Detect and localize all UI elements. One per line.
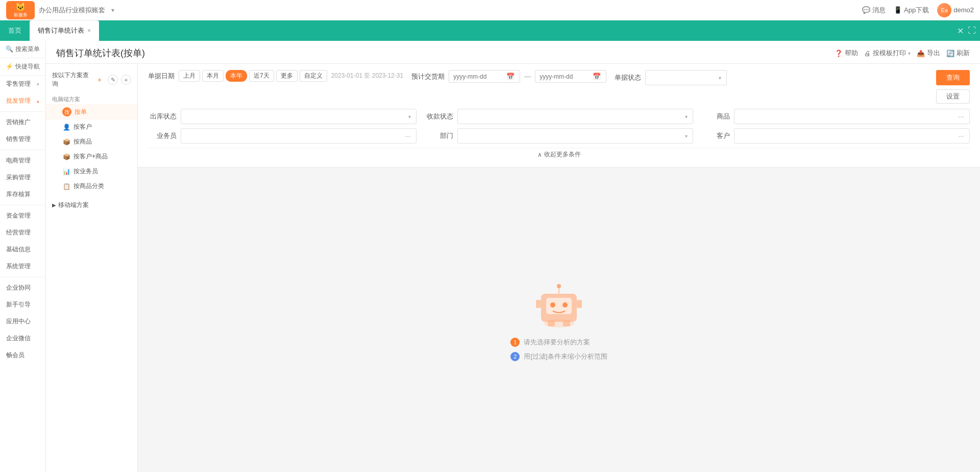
message-button[interactable]: 💬 消息 (862, 6, 886, 15)
ship-status-filter: 出库状态 ▾ (148, 109, 416, 124)
product-select[interactable]: ··· (734, 109, 970, 124)
tab-sales-order[interactable]: 销售订单统计表 × (30, 20, 99, 41)
date-btn-this-month[interactable]: 本月 (202, 70, 224, 82)
sidebar-retail-arrow: ▾ (37, 82, 39, 87)
date-btn-custom[interactable]: 自定义 (300, 70, 327, 82)
sidebar-wholesale-arrow: ▴ (37, 99, 39, 104)
print-arrow: ▾ (908, 51, 911, 56)
date-btn-7days[interactable]: 近7天 (249, 70, 274, 82)
query-button[interactable]: 查询 (936, 70, 970, 85)
sidebar-item-purchase[interactable]: 采购管理 (0, 169, 45, 186)
product-label: 商品 (701, 112, 730, 121)
sidebar-item-marketing[interactable]: 营销推广 (0, 114, 45, 131)
product-scheme-icon: 📦 (62, 138, 70, 146)
expected-date-end-input[interactable] (540, 73, 591, 80)
logo-text: 标服务 (14, 12, 28, 18)
product-dots[interactable]: ··· (958, 112, 964, 121)
customer-dots[interactable]: ··· (958, 132, 964, 140)
collapse-label: 收起更多条件 (544, 150, 581, 159)
tab-home[interactable]: 首页 (0, 20, 30, 41)
sidebar-quicknav-label: ⚡ 快捷导航 (4, 62, 41, 71)
sidebar-search-label: 🔍 搜索菜单 (4, 45, 41, 54)
salesman-select[interactable]: ··· (181, 128, 416, 144)
export-button[interactable]: 📤 导出 (917, 49, 940, 58)
expected-date-end[interactable]: 📅 (535, 70, 606, 83)
sidebar: 🔍 搜索菜单 ⚡ 快捷导航 零售管理 ▾ 批发管理 ▴ 营销推广 销售管理 电商… (0, 41, 46, 472)
message-label: 消息 (872, 6, 886, 15)
scheme-item-by-category[interactable]: 📋 按商品分类 (46, 179, 137, 194)
expected-date-start-input[interactable] (453, 73, 504, 80)
user-menu[interactable]: Ea demo2 (937, 3, 974, 17)
sidebar-item-wholesale[interactable]: 批发管理 ▴ (0, 92, 45, 109)
app-download-button[interactable]: 📱 App下载 (894, 6, 929, 15)
scheme-label-by-customer: 按客户 (74, 123, 92, 131)
date-btn-this-year[interactable]: 本年 (226, 70, 247, 82)
sidebar-item-collab[interactable]: 企业协同 (0, 279, 45, 296)
bill-status-select[interactable]: ▾ (645, 70, 727, 85)
customer-select[interactable]: ··· (734, 128, 970, 144)
pay-arr: ▾ (685, 114, 688, 120)
tab-sales-label: 销售订单统计表 (38, 26, 84, 35)
sidebar-item-quicknav[interactable]: ⚡ 快捷导航 (0, 58, 45, 76)
print-button[interactable]: 🖨 按模板打印 ▾ (864, 49, 911, 58)
refresh-button[interactable]: 🔄 刷新 (946, 49, 970, 58)
tip-text-2: 用[过滤]条件来缩小分析范围 (524, 352, 607, 361)
collapse-filter-button[interactable]: ∧ 收起更多条件 (148, 148, 970, 161)
scheme-label-by-product: 按商品 (74, 137, 92, 146)
sidebar-item-wechat[interactable]: 企业微信 (0, 330, 45, 347)
topbar: 🐱 标服务 办公用品行业模拟账套 ▾ 💬 消息 📱 App下载 Ea demo2 (0, 0, 980, 20)
mobile-expand-arrow: ▶ (52, 202, 56, 208)
collapse-panel-button[interactable]: « (121, 75, 131, 85)
sidebar-item-basic[interactable]: 基础信息 (0, 241, 45, 258)
salesman-dots[interactable]: ··· (405, 132, 411, 140)
scheme-item-by-order[interactable]: 按 按单 (46, 104, 137, 120)
customer-filter: 客户 ··· (701, 128, 970, 144)
print-label: 按模板打印 (873, 49, 906, 58)
add-scheme-button[interactable]: + (94, 75, 105, 85)
settings-button[interactable]: 设置 (936, 89, 970, 104)
sidebar-item-sales[interactable]: 销售管理 (0, 131, 45, 148)
date-label: 单据日期 (148, 72, 175, 81)
date-range-display: 2023-01-01 至 2023-12-31 (331, 72, 403, 80)
ship-status-select[interactable]: ▾ (181, 109, 416, 124)
scheme-item-by-cust-prod[interactable]: 📦 按客户+商品 (46, 149, 137, 164)
mobile-scheme-toggle[interactable]: ▶ 移动端方案 (46, 198, 137, 213)
breadcrumb-arrow[interactable]: ▾ (111, 7, 114, 14)
scheme-item-by-salesman[interactable]: 📊 按业务员 (46, 164, 137, 179)
dept-select[interactable]: ▾ (457, 128, 693, 144)
date-btn-more[interactable]: 更多 (276, 70, 298, 82)
tab-close-icon[interactable]: × (87, 27, 91, 34)
help-button[interactable]: ❓ 帮助 (835, 49, 858, 58)
nav-tabs: 首页 销售订单统计表 × ✕ ⛶ (0, 20, 980, 41)
expected-date-start[interactable]: 📅 (449, 70, 520, 83)
pc-scheme-label: 电脑端方案 (46, 93, 137, 104)
svg-rect-6 (577, 300, 582, 308)
sidebar-item-inventory[interactable]: 库存核算 (0, 186, 45, 203)
sidebar-item-member[interactable]: 畅会员 (0, 347, 45, 364)
empty-icon (528, 278, 590, 329)
sidebar-item-finance[interactable]: 资金管理 (0, 207, 45, 224)
pay-status-select[interactable]: ▾ (457, 109, 693, 124)
svg-rect-2 (546, 298, 572, 314)
sidebar-item-retail[interactable]: 零售管理 ▾ (0, 76, 45, 92)
scheme-active-icon: 按 (62, 107, 71, 116)
cust-prod-icon: 📦 (62, 153, 70, 161)
logo-icon: 🐱 (15, 2, 26, 12)
sidebar-item-guide[interactable]: 新手引导 (0, 296, 45, 313)
breadcrumb: 办公用品行业模拟账套 (39, 6, 105, 15)
scheme-item-by-product[interactable]: 📦 按商品 (46, 134, 137, 149)
edit-scheme-button[interactable]: ✎ (108, 75, 118, 85)
scheme-item-by-customer[interactable]: 👤 按客户 (46, 120, 137, 134)
main-layout: 🔍 搜索菜单 ⚡ 快捷导航 零售管理 ▾ 批发管理 ▴ 营销推广 销售管理 电商… (0, 41, 980, 472)
sidebar-item-search[interactable]: 🔍 搜索菜单 (0, 41, 45, 58)
window-close-icon[interactable]: ✕ (957, 26, 964, 36)
window-expand-icon[interactable]: ⛶ (968, 26, 976, 35)
svg-point-4 (562, 302, 568, 308)
sidebar-item-appstore[interactable]: 应用中心 (0, 313, 45, 330)
sidebar-item-ecom[interactable]: 电商管理 (0, 152, 45, 169)
sidebar-item-mgmt[interactable]: 经营管理 (0, 224, 45, 241)
sidebar-item-system[interactable]: 系统管理 (0, 258, 45, 275)
svg-rect-5 (536, 300, 541, 308)
date-btn-last-month[interactable]: 上月 (179, 70, 200, 82)
left-panel-header: 按以下方案查询 + ✎ « (46, 68, 137, 91)
